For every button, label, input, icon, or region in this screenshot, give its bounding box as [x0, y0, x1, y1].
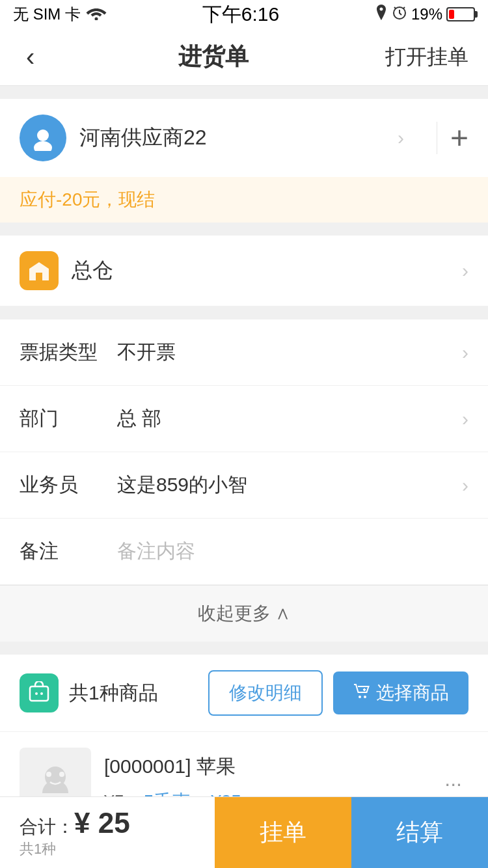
total-sub-label: 共1种 [20, 839, 195, 859]
divider-2 [0, 223, 488, 236]
ticket-type-value: 不开票 [104, 339, 462, 366]
salesperson-value: 这是859的小智 [104, 472, 462, 498]
battery-percent: 19% [411, 5, 442, 23]
supplier-divider [437, 122, 437, 154]
warehouse-icon [20, 251, 59, 290]
supplier-section: 河南供应商22 › + 应付-20元，现结 [0, 99, 488, 223]
salesperson-label: 业务员 [20, 472, 104, 498]
nav-bar: ‹ 进货单 打开挂单 [0, 29, 488, 86]
warehouse-arrow-icon: › [462, 260, 468, 282]
alarm-icon [392, 5, 407, 24]
carrier-text: 无 SIM 卡 [13, 4, 81, 25]
divider-3 [0, 306, 488, 319]
total-section: 合计： ¥ 25 共1种 [0, 797, 215, 868]
divider-1 [0, 86, 488, 99]
battery-icon [446, 7, 475, 21]
add-supplier-button[interactable]: + [450, 122, 468, 154]
ticket-type-arrow-icon: › [462, 342, 468, 364]
department-arrow-icon: › [462, 408, 468, 430]
product-title: 苹果 [197, 755, 236, 777]
ticket-type-label: 票据类型 [20, 339, 104, 366]
remark-input[interactable]: 备注内容 [104, 538, 468, 565]
page-title: 进货单 [178, 41, 249, 73]
remark-row[interactable]: 备注 备注内容 [0, 519, 488, 585]
svg-point-7 [40, 692, 43, 695]
svg-point-9 [364, 696, 366, 698]
collapse-more-button[interactable]: 收起更多 ∧ [0, 585, 488, 642]
status-time: 下午6:16 [202, 1, 279, 28]
department-row[interactable]: 部门 总 部 › [0, 386, 488, 452]
svg-rect-5 [30, 686, 48, 701]
product-count-icon [20, 673, 59, 712]
salesperson-arrow-icon: › [462, 474, 468, 496]
total-label: 合计： [20, 815, 74, 839]
supplier-avatar [20, 115, 66, 161]
open-hang-button[interactable]: 打开挂单 [385, 43, 468, 72]
svg-point-11 [46, 772, 51, 777]
product-code: [0000001] [104, 755, 191, 777]
status-bar: 无 SIM 卡 下午6:16 19% [0, 0, 488, 29]
warehouse-section: 总仓 › [0, 236, 488, 306]
cart-icon [353, 682, 371, 705]
bottom-bar: 合计： ¥ 25 共1种 挂单 结算 [0, 796, 488, 868]
salesperson-row[interactable]: 业务员 这是859的小智 › [0, 452, 488, 519]
select-product-button[interactable]: 选择商品 [333, 671, 468, 714]
form-section: 票据类型 不开票 › 部门 总 部 › 业务员 这是859的小智 › 备注 备注… [0, 319, 488, 642]
department-label: 部门 [20, 405, 104, 432]
svg-rect-4 [36, 273, 42, 280]
warehouse-row[interactable]: 总仓 › [0, 236, 488, 306]
svg-point-3 [34, 141, 52, 151]
wifi-icon [86, 5, 107, 24]
warning-banner: 应付-20元，现结 [0, 177, 488, 223]
select-product-label: 选择商品 [376, 681, 449, 705]
svg-point-2 [37, 129, 49, 141]
ticket-type-row[interactable]: 票据类型 不开票 › [0, 319, 488, 386]
svg-point-0 [95, 18, 98, 21]
modify-detail-button[interactable]: 修改明细 [208, 670, 323, 716]
total-amount: ¥ 25 [74, 807, 130, 839]
checkout-button[interactable]: 结算 [351, 797, 488, 868]
supplier-arrow-icon: › [398, 127, 404, 149]
product-name: [0000001] 苹果 [104, 753, 438, 780]
svg-point-12 [59, 772, 64, 777]
product-header: 共1种商品 修改明细 选择商品 [0, 642, 488, 732]
product-count-text: 共1种商品 [69, 680, 208, 707]
location-icon [375, 5, 388, 24]
supplier-name: 河南供应商22 [79, 124, 398, 152]
status-carrier: 无 SIM 卡 [13, 4, 107, 25]
svg-point-8 [359, 696, 361, 698]
back-button[interactable]: ‹ [20, 36, 41, 78]
warehouse-name: 总仓 [72, 256, 462, 285]
svg-point-6 [35, 692, 38, 695]
supplier-row[interactable]: 河南供应商22 › + [0, 99, 488, 177]
remark-label: 备注 [20, 538, 104, 565]
collapse-more-text: 收起更多 ∧ [198, 603, 291, 623]
department-value: 总 部 [104, 405, 462, 432]
warning-text: 应付-20元，现结 [20, 189, 155, 210]
status-icons: 19% [375, 5, 475, 24]
hang-order-button[interactable]: 挂单 [215, 797, 351, 868]
